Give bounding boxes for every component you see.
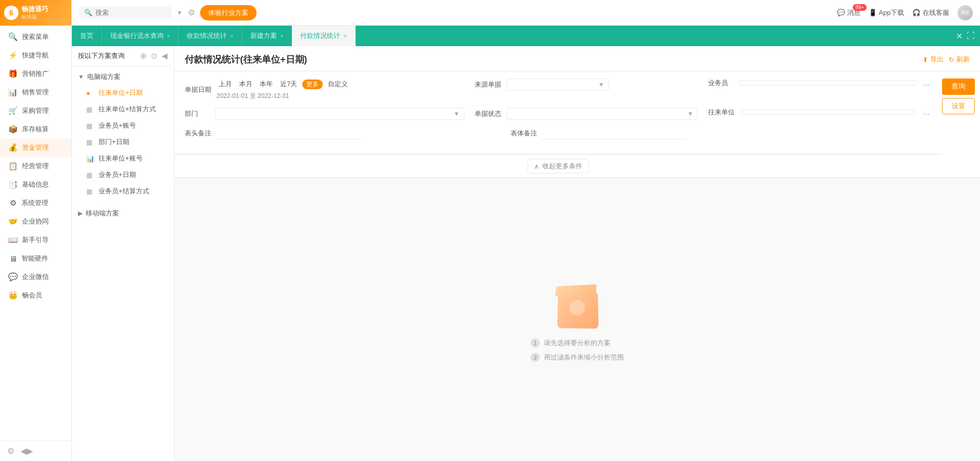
- filter-staff-field: 业务员 ...: [708, 78, 932, 88]
- topbar-search-input[interactable]: [95, 9, 157, 16]
- sidebar-item-guide[interactable]: 📖 新手引导: [0, 231, 71, 249]
- filter-settings-btn[interactable]: 设置: [942, 98, 975, 114]
- tab-payment-stats-label: 付款情况统计: [300, 31, 340, 41]
- scheme-item-staff-account[interactable]: ▦ 业务员+账号: [72, 117, 174, 134]
- message-badge: 99+: [853, 4, 867, 11]
- sidebar-item-purchase[interactable]: 🛒 采购管理: [0, 102, 71, 120]
- body-note-input[interactable]: [542, 127, 686, 139]
- scheme-settings-icon[interactable]: ⊙: [151, 51, 158, 61]
- app-download-label: App下载: [879, 8, 904, 17]
- dept-select[interactable]: ▼: [215, 108, 464, 120]
- app-title-block: 畅捷通巧 标准版: [22, 5, 48, 21]
- query-btn[interactable]: 查询: [942, 78, 975, 95]
- partner-select[interactable]: [740, 110, 915, 115]
- filter-row-2: 部门 ▼ 单据状态 ▼: [185, 108, 932, 120]
- tab-payment-stats[interactable]: 付款情况统计 ×: [292, 26, 355, 46]
- topbar-dropdown-icon[interactable]: ▼: [177, 9, 183, 16]
- scheme-item-icon-6: ▦: [86, 188, 94, 195]
- scheme-item-partner-settlement[interactable]: ▦ 往来单位+结算方式: [72, 101, 174, 117]
- wechat-icon: 💬: [8, 272, 18, 282]
- date-opt-custom[interactable]: 自定义: [326, 78, 350, 90]
- docstatus-select-arrow: ▼: [687, 110, 693, 117]
- tab-new-scheme-close[interactable]: ×: [280, 33, 283, 39]
- scheme-item-partner-account-label: 往来单位+账号: [99, 154, 143, 163]
- sidebar-item-wechat[interactable]: 💬 企业微信: [0, 268, 71, 286]
- scheme-item-partner-date[interactable]: ● 往来单位+日期: [72, 85, 174, 101]
- scheme-header-icons: ⊕ ⊙ ◀: [140, 51, 168, 61]
- basic-icon: 📑: [8, 180, 18, 189]
- app-version: 标准版: [22, 13, 48, 21]
- app-name: 畅捷通巧: [22, 5, 48, 13]
- app-download-btn[interactable]: 📱 App下载: [869, 8, 904, 17]
- tab-new-scheme[interactable]: 新建方案 ×: [242, 26, 292, 46]
- message-btn[interactable]: 💬 消息 99+: [837, 8, 860, 17]
- sidebar-item-hardware[interactable]: 🖥 智能硬件: [0, 249, 71, 268]
- scheme-item-staff-date[interactable]: ▦ 业务员+日期: [72, 167, 174, 183]
- tab-home[interactable]: 首页: [72, 26, 102, 46]
- export-btn[interactable]: ⬆ 导出: [923, 55, 944, 64]
- trial-btn[interactable]: 体验行业方案: [200, 5, 257, 21]
- sidebar: 6 畅捷通巧 标准版 🔍 搜索菜单 ⚡ 快捷导航 🎁 营销推广 📊 销售管理 🛒…: [0, 0, 72, 461]
- sidebar-item-search-label: 搜索菜单: [22, 32, 49, 42]
- tab-bank-close[interactable]: ×: [167, 33, 170, 39]
- refresh-btn[interactable]: ↻ 刷新: [949, 55, 970, 64]
- user-profile[interactable]: Rit: [957, 5, 973, 21]
- tab-receipt-stats[interactable]: 收款情况统计 ×: [179, 26, 242, 46]
- collapse-conditions-btn[interactable]: ∧ 收起更多条件: [527, 159, 589, 173]
- filter-date-field: 单据日期 上月 本月 本年 近7天 更多 自定义: [185, 78, 464, 101]
- date-opt-this-year[interactable]: 本年: [258, 78, 275, 90]
- topbar-search-box[interactable]: 🔍: [79, 7, 171, 18]
- scheme-item-dept-date[interactable]: ▦ 部门+日期: [72, 134, 174, 150]
- empty-hint-2: 2 用过滤条件来缩小分析范围: [531, 353, 624, 362]
- empty-num-2: 2: [531, 353, 540, 362]
- scheme-add-icon[interactable]: ⊕: [140, 51, 147, 61]
- scheme-pc-section: ▼ 电脑端方案 ● 往来单位+日期 ▦ 往来单位+结算方式 ▦ 业务员+账号 ▦: [72, 66, 174, 203]
- sidebar-item-search[interactable]: 🔍 搜索菜单: [0, 28, 71, 46]
- empty-text: 1 请先选择要分析的方案 2 用过滤条件来缩小分析范围: [531, 338, 624, 362]
- filter-date-options: 上月 本月 本年 近7天 更多 自定义: [217, 78, 350, 90]
- staff-dots[interactable]: ...: [921, 78, 932, 88]
- date-opt-this-month[interactable]: 本月: [237, 78, 254, 90]
- collapse-sidebar-icon[interactable]: ◀▶: [21, 446, 33, 456]
- staff-label: 业务员: [708, 78, 734, 88]
- close-window-icon[interactable]: ✕: [956, 31, 963, 41]
- sidebar-item-quick-nav[interactable]: ⚡ 快捷导航: [0, 46, 71, 65]
- empty-illustration: [546, 277, 608, 328]
- date-opt-7days[interactable]: 近7天: [278, 78, 299, 90]
- tab-home-label: 首页: [80, 31, 93, 41]
- scheme-collapse-icon[interactable]: ◀: [162, 51, 168, 61]
- online-service-btn[interactable]: 🎧 在线客服: [912, 8, 949, 17]
- sidebar-item-inventory[interactable]: 📦 库存核算: [0, 120, 71, 138]
- maximize-window-icon[interactable]: ⛶: [967, 31, 975, 41]
- scheme-panel: 按以下方案查询 ⊕ ⊙ ◀ ▼ 电脑端方案 ● 往来单位+日期 ▦: [72, 46, 174, 461]
- tab-receipt-close[interactable]: ×: [230, 33, 233, 39]
- scheme-item-icon-4: 📊: [86, 155, 94, 163]
- sidebar-item-sales[interactable]: 📊 销售管理: [0, 83, 71, 102]
- date-opt-last-month[interactable]: 上月: [217, 78, 234, 90]
- scheme-item-staff-settlement[interactable]: ▦ 业务员+结算方式: [72, 183, 174, 199]
- scheme-pc-header[interactable]: ▼ 电脑端方案: [72, 69, 174, 85]
- tab-bank[interactable]: 现金银行流水查询 ×: [102, 26, 179, 46]
- sidebar-item-marketing[interactable]: 🎁 营销推广: [0, 65, 71, 83]
- sidebar-item-enterprise[interactable]: 🤝 企业协同: [0, 212, 71, 231]
- docstatus-select[interactable]: ▼: [506, 108, 698, 120]
- settings-footer-icon[interactable]: ⚙: [7, 446, 14, 456]
- sidebar-item-system[interactable]: ⚙ 系统管理: [0, 194, 71, 212]
- sidebar-item-marketing-label: 营销推广: [22, 69, 49, 78]
- partner-dots[interactable]: ...: [921, 108, 932, 117]
- tab-payment-stats-close[interactable]: ×: [343, 33, 346, 39]
- header-note-input[interactable]: [217, 127, 360, 139]
- staff-select[interactable]: [739, 81, 915, 86]
- sidebar-item-member[interactable]: 👑 畅会员: [0, 286, 71, 305]
- topbar-gear-icon[interactable]: ⚙: [188, 8, 195, 17]
- sidebar-item-basic[interactable]: 📑 基础信息: [0, 175, 71, 194]
- scheme-mobile-header[interactable]: ▶ 移动端方案: [72, 206, 174, 221]
- tab-new-scheme-label: 新建方案: [250, 31, 277, 41]
- topbar-search-icon: 🔍: [84, 9, 92, 16]
- sidebar-item-purchase-label: 采购管理: [22, 106, 49, 115]
- scheme-item-partner-account[interactable]: 📊 往来单位+账号: [72, 150, 174, 167]
- source-select[interactable]: ▼: [506, 78, 609, 91]
- sidebar-item-operations[interactable]: 📋 经营管理: [0, 157, 71, 175]
- date-opt-more[interactable]: 更多: [302, 79, 323, 89]
- sidebar-item-finance[interactable]: 💰 资金管理: [0, 138, 71, 157]
